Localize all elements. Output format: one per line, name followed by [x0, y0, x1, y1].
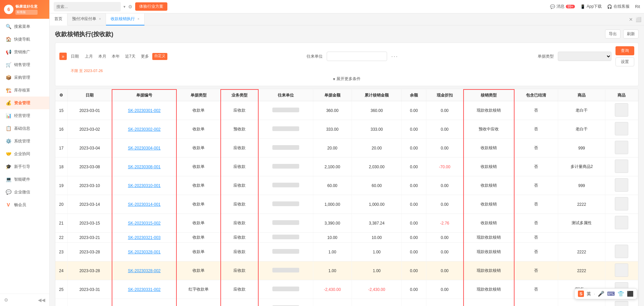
cell-include-settled: 否 [514, 176, 558, 195]
cell-biz-type: 应收款 [221, 214, 258, 233]
topbar-gear-icon[interactable]: ⚙ [128, 4, 132, 9]
filter-more-date[interactable]: 更多 [139, 53, 151, 60]
filter-doctype-select[interactable] [558, 52, 611, 61]
cell-balance: 0.00 [402, 280, 426, 299]
order-link[interactable]: SK-20230304-001 [128, 146, 160, 150]
floating-shirt-icon[interactable]: 👕 [618, 291, 624, 297]
table-row[interactable]: 25 2023-03-31 SK-20230331-002 红字收款单 应收款 … [55, 280, 638, 299]
order-link[interactable]: SK-20230315-002 [128, 221, 160, 226]
topbar-service[interactable]: 🎧 在线客服 [607, 4, 630, 9]
chevron-down-icon: ▾ [333, 77, 335, 81]
table-row[interactable]: 20 2023-03-14 SK-20230314-001 收款单 应收款 1,… [55, 195, 638, 214]
cell-no: 23 [55, 243, 67, 261]
cell-goods: 123D商品 [558, 299, 605, 306]
table-row[interactable]: 17 2023-03-04 SK-20230304-001 收款单 应收款 20… [55, 139, 638, 158]
cell-doc-type: 收款单 [176, 139, 221, 158]
nav-label-shortcuts: 快捷导航 [14, 37, 30, 42]
sidebar-item-operations[interactable]: 📊 经营管理 [0, 109, 49, 122]
filter-setting-button[interactable]: 设置 [615, 57, 634, 66]
collapse-icon[interactable]: ◀◀ [38, 297, 45, 303]
sidebar-item-wechat[interactable]: 💬 企业微信 [0, 186, 49, 198]
refresh-button[interactable]: 刷新 [623, 29, 639, 39]
filter-partner-input[interactable] [327, 52, 387, 61]
sidebar-item-hardware[interactable]: 💻 智能硬件 [0, 173, 49, 186]
table-row[interactable]: 21 2023-03-15 SK-20230315-002 收款单 应收款 3,… [55, 214, 638, 233]
floating-keyboard-icon[interactable]: ⌨ [607, 291, 615, 297]
sidebar-item-purchase[interactable]: 📦 采购管理 [0, 71, 49, 84]
tab-receivable-close[interactable]: × [99, 17, 101, 21]
tab-expand-icon[interactable]: ⬜ [636, 17, 641, 22]
tab-close-all-icon[interactable]: ✕ [629, 17, 633, 22]
topbar-app-download[interactable]: 📱 App下载 [580, 4, 602, 9]
order-link[interactable]: SK-20230301-002 [128, 108, 160, 113]
sidebar-item-search[interactable]: 🔍 搜索菜单 [0, 20, 49, 33]
export-button[interactable]: 导出 [605, 29, 621, 39]
order-link[interactable]: SK-20230331-002 [128, 287, 160, 292]
cell-cumulative: 1.00 [352, 261, 401, 280]
topbar-search-input[interactable] [54, 2, 121, 11]
table-row[interactable]: 26 2023-04-03 SK-20230403-002 收款单 预收款 20… [55, 299, 638, 306]
sidebar-item-basic[interactable]: 📋 基础信息 [0, 122, 49, 135]
cell-cash-discount: -70.00 [426, 158, 464, 176]
order-link[interactable]: SK-20230308-001 [128, 165, 160, 169]
topbar-messages[interactable]: 💬 消息 99+ [550, 4, 575, 9]
order-link[interactable]: SK-20230328-002 [128, 268, 160, 273]
table-row[interactable]: 24 2023-03-28 SK-20230328-002 收款单 应收款 1.… [55, 261, 638, 280]
topbar-dropdown-arrow[interactable]: ▾ [123, 4, 125, 9]
sidebar-item-enterprise[interactable]: 🤝 企业协同 [0, 147, 49, 160]
filter-toggle-btn[interactable]: » [59, 53, 67, 60]
filter-this-year[interactable]: 本年 [110, 53, 122, 60]
cell-cash-discount: 0.00 [426, 280, 464, 299]
cell-biz-type: 应收款 [221, 280, 258, 299]
filter-more-icon[interactable]: ··· [391, 53, 398, 60]
settings-footer-icon[interactable]: ⚙ [4, 297, 8, 303]
sidebar-item-member[interactable]: V 畅会员 [0, 198, 49, 211]
filter-custom-btn[interactable]: 自定义 [152, 53, 167, 60]
filter-last-month[interactable]: 上月 [83, 53, 95, 60]
col-header-settings[interactable]: ⚙ [55, 89, 67, 101]
table-row[interactable]: 16 2023-03-02 SK-20230302-002 收款单 预收款 33… [55, 120, 638, 139]
table-row[interactable]: 15 2023-03-01 SK-20230301-002 收款单 应收款 36… [55, 101, 638, 120]
table-row[interactable]: 22 2023-03-21 SK-20230321-003 收款单 应收款 10… [55, 233, 638, 243]
order-link[interactable]: SK-20230321-003 [128, 235, 160, 240]
cell-goods: 2222 [558, 261, 605, 280]
nav-label-enterprise: 企业协同 [14, 151, 30, 157]
table-row[interactable]: 23 2023-03-28 SK-20230328-001 收款单 应收款 1.… [55, 243, 638, 261]
sidebar-item-marketing[interactable]: 📢 营销推广 [0, 46, 49, 58]
tab-home[interactable]: 首页 [50, 13, 67, 25]
wechat-icon: 💬 [5, 189, 11, 195]
floating-mic-icon[interactable]: 🎤 [598, 291, 604, 297]
sidebar-item-system[interactable]: ⚙️ 系统管理 [0, 135, 49, 147]
sidebar-footer: ⚙ ◀◀ [0, 294, 49, 306]
topbar-user[interactable]: Rit [635, 4, 640, 9]
logo-badge: 标推版 [15, 10, 38, 15]
cell-date: 2023-03-28 [67, 243, 112, 261]
cell-date: 2023-03-15 [67, 214, 112, 233]
cell-cancel-type: 现款收款核销 [464, 101, 514, 120]
order-link[interactable]: SK-20230302-002 [128, 127, 160, 132]
order-link[interactable]: SK-20230328-001 [128, 250, 160, 254]
sidebar-item-sales[interactable]: 🛒 销售管理 [0, 58, 49, 71]
sidebar-item-shortcuts[interactable]: 🏠 快捷导航 [0, 33, 49, 46]
order-link[interactable]: SK-20230310-001 [128, 183, 160, 188]
topbar-solution-button[interactable]: 体验行业方案 [135, 2, 167, 11]
cell-order-no: SK-20230301-002 [112, 101, 176, 120]
floating-grid-icon[interactable]: ⬛ [627, 291, 634, 297]
filter-7days[interactable]: 近7天 [123, 53, 138, 60]
filter-this-month[interactable]: 本月 [96, 53, 108, 60]
sidebar-item-finance[interactable]: 💰 资金管理 [0, 97, 49, 109]
sidebar-item-guide[interactable]: 🎓 新手引导 [0, 160, 49, 173]
table-row[interactable]: 18 2023-03-08 SK-20230308-001 收款单 应收款 2,… [55, 158, 638, 176]
order-link[interactable]: SK-20230314-001 [128, 202, 160, 207]
cell-include-settled: 否 [514, 280, 558, 299]
sidebar-item-inventory[interactable]: 🏗️ 库存核算 [0, 84, 49, 97]
filter-expand-button[interactable]: ▾ 展开更多条件 [333, 76, 361, 82]
col-header-cash-discount: 现金折扣 [426, 89, 464, 101]
tab-collection-close[interactable]: × [138, 17, 140, 21]
tab-collection[interactable]: 收款核销执行 × [106, 13, 145, 25]
filter-query-button[interactable]: 查询 [615, 46, 634, 55]
table-row[interactable]: 19 2023-03-10 SK-20230310-001 收款单 应收款 60… [55, 176, 638, 195]
tab-receivable[interactable]: 预付冲应付单 × [67, 13, 106, 25]
cell-no: 26 [55, 299, 67, 306]
cell-biz-type: 预收款 [221, 299, 258, 306]
